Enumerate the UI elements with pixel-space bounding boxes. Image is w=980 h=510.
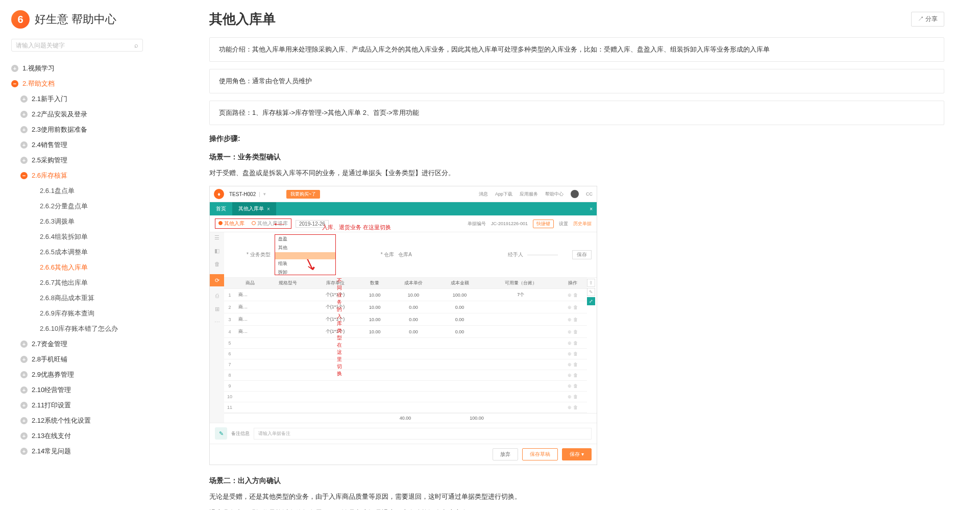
nav-item[interactable]: 2.6.3调拨单 — [11, 214, 143, 229]
nav-label: 2.8手机旺铺 — [32, 355, 67, 364]
shot-left-rail: ☰ ◧ 🗑 ⟳ ⎙ ⊞ ⋯ — [210, 232, 224, 423]
expand-icon[interactable]: + — [20, 95, 28, 103]
nav-item[interactable]: 2.6.5成本调整单 — [11, 245, 143, 260]
nav-label: 2.帮助文档 — [22, 79, 55, 88]
nav-item[interactable]: +2.10经营管理 — [11, 382, 143, 398]
nav-item[interactable]: 2.6.2分量盘点单 — [11, 199, 143, 214]
nav-item[interactable]: 2.6.10库存账本错了怎么办 — [11, 321, 143, 336]
tool-icon[interactable]: ✎ — [587, 288, 595, 296]
btn-draft[interactable]: 保存草稿 — [522, 448, 558, 460]
sum-qty: 40.00 — [387, 416, 423, 421]
nav-label: 2.12系统个性化设置 — [32, 416, 91, 425]
dd-opt[interactable]: 盘盈 — [275, 235, 335, 244]
shot-link-msg[interactable]: 消息 — [479, 191, 488, 198]
expand-icon[interactable]: + — [20, 386, 28, 394]
hotkey-pill[interactable]: 快捷键 — [533, 220, 554, 228]
shot-link-help[interactable]: 帮助中心 — [545, 191, 564, 198]
expand-icon[interactable]: + — [20, 417, 28, 424]
radio-instock[interactable]: 其他入库 — [218, 220, 244, 227]
nav-item[interactable]: 2.6.1盘点单 — [11, 183, 143, 199]
btn-discard[interactable]: 放弃 — [493, 448, 518, 460]
nav-label: 2.4销售管理 — [32, 140, 67, 150]
rail-icon[interactable]: ⊞ — [213, 306, 220, 313]
expand-icon[interactable]: + — [20, 141, 28, 149]
close-icon[interactable]: × — [267, 206, 270, 212]
nav-item[interactable]: +2.3使用前数据准备 — [11, 122, 143, 137]
share-button[interactable]: ↗ 分享 — [911, 12, 944, 27]
nav-item[interactable]: +2.11打印设置 — [11, 398, 143, 413]
nav-label: 2.6.10库存账本错了怎么办 — [40, 324, 118, 333]
nav-item[interactable]: 2.6.7其他出库单 — [11, 275, 143, 290]
nav-item[interactable]: −2.6库存核算 — [11, 168, 143, 183]
rail-icon-active[interactable]: ⟳ — [210, 274, 224, 286]
nav-item[interactable]: +2.12系统个性化设置 — [11, 413, 143, 428]
collapse-icon[interactable]: − — [20, 172, 28, 179]
annotation-arrow-icon: ← — [270, 220, 288, 229]
nav-item[interactable]: +2.9优惠券管理 — [11, 367, 143, 382]
nav-item[interactable]: +2.4销售管理 — [11, 137, 143, 153]
nav-label: 2.6.7其他出库单 — [40, 278, 88, 287]
shot-tab-home[interactable]: 首页 — [210, 202, 232, 215]
rail-icon[interactable]: ◧ — [213, 248, 220, 255]
tool-icon[interactable]: ⤢ — [587, 297, 595, 305]
nav-label: 2.2产品安装及登录 — [32, 110, 87, 119]
nav-item[interactable]: 2.6.8商品成本重算 — [11, 290, 143, 306]
nav-item[interactable]: +1.视频学习 — [11, 61, 143, 76]
sum-amt: 100.00 — [459, 416, 495, 421]
info-intro: 功能介绍：其他入库单用来处理除采购入库、产成品入库之外的其他入库业务，因此其他入… — [209, 37, 944, 62]
nav-item[interactable]: −2.帮助文档 — [11, 76, 143, 91]
btn-save[interactable]: 保存 ▾ — [562, 448, 592, 460]
page-title: 其他入库单 — [209, 10, 276, 28]
annotation-text-1: 入库、退货业务 在这里切换 — [322, 224, 391, 231]
nav-item[interactable]: +2.13在线支付 — [11, 428, 143, 444]
rail-icon[interactable]: ⋯ — [213, 319, 220, 326]
nav-item[interactable]: +2.8手机旺铺 — [11, 352, 143, 367]
nav-item[interactable]: +2.1新手入门 — [11, 91, 143, 107]
shot-logo-icon: ♦ — [214, 189, 224, 199]
scenario2-text2: 退库业务中，明细数量均以负值红色展示。无论是入库还是退库，库存账均记在入库方向。 — [209, 507, 944, 510]
shot-tab-current-label: 其他入库单 — [238, 205, 264, 212]
note-input[interactable]: 请输入单据备注 — [254, 428, 592, 440]
expand-icon[interactable]: + — [20, 448, 28, 455]
shot-link-service[interactable]: 应用服务 — [520, 191, 538, 198]
expand-icon[interactable]: + — [20, 341, 28, 348]
shot-buy-button[interactable]: 我要购买~了 — [286, 190, 320, 199]
expand-icon[interactable]: + — [20, 157, 28, 164]
note-label: 备注信息 — [231, 430, 250, 437]
shot-tab-current[interactable]: 其他入库单× — [232, 202, 276, 215]
avatar-icon[interactable] — [571, 190, 579, 198]
expand-icon[interactable]: + — [20, 126, 28, 133]
scenario1-heading: 场景一：业务类型确认 — [209, 153, 944, 162]
expand-icon[interactable]: + — [20, 371, 28, 378]
expand-icon[interactable]: + — [20, 432, 28, 440]
nav-tree: +1.视频学习−2.帮助文档+2.1新手入门+2.2产品安装及登录+2.3使用前… — [11, 61, 143, 459]
search-box[interactable]: ⌕ — [11, 39, 143, 52]
nav-item[interactable]: 2.6.9库存账本查询 — [11, 306, 143, 321]
nav-label: 2.13在线支付 — [32, 431, 71, 441]
nav-item[interactable]: +2.2产品安装及登录 — [11, 107, 143, 122]
nav-item[interactable]: +2.5采购管理 — [11, 153, 143, 168]
rail-icon[interactable]: ☰ — [213, 234, 220, 241]
nav-item[interactable]: 2.6.4组装拆卸单 — [11, 229, 143, 245]
expand-icon[interactable]: + — [20, 356, 28, 363]
search-input[interactable] — [16, 42, 134, 49]
link-history[interactable]: 历史单据 — [573, 221, 592, 227]
expand-icon[interactable]: + — [20, 111, 28, 118]
info-path: 页面路径：1、库存核算->库存管理->其他入库单 2、首页->常用功能 — [209, 101, 944, 125]
link-settings[interactable]: 设置 — [559, 221, 568, 227]
rail-icon[interactable]: ⎙ — [213, 293, 220, 300]
collapse-icon[interactable]: − — [11, 80, 18, 87]
shot-link-app[interactable]: App下载 — [495, 191, 512, 198]
rail-icon[interactable]: 🗑 — [213, 261, 220, 268]
tool-icon[interactable]: ⇧ — [587, 279, 595, 287]
expand-icon[interactable]: + — [20, 402, 28, 409]
nav-item[interactable]: 2.6.6其他入库单 — [11, 260, 143, 275]
shot-tabbar: 首页 其他入库单× × — [210, 202, 597, 215]
search-icon[interactable]: ⌕ — [134, 41, 138, 49]
nav-item[interactable]: +2.14常见问题 — [11, 444, 143, 459]
expand-icon[interactable]: + — [11, 65, 18, 72]
filter-save-button[interactable]: 保存 — [572, 250, 592, 259]
tab-close-all-icon[interactable]: × — [590, 206, 593, 212]
nav-item[interactable]: +2.7资金管理 — [11, 336, 143, 352]
dd-opt[interactable]: 其他 — [275, 244, 335, 252]
